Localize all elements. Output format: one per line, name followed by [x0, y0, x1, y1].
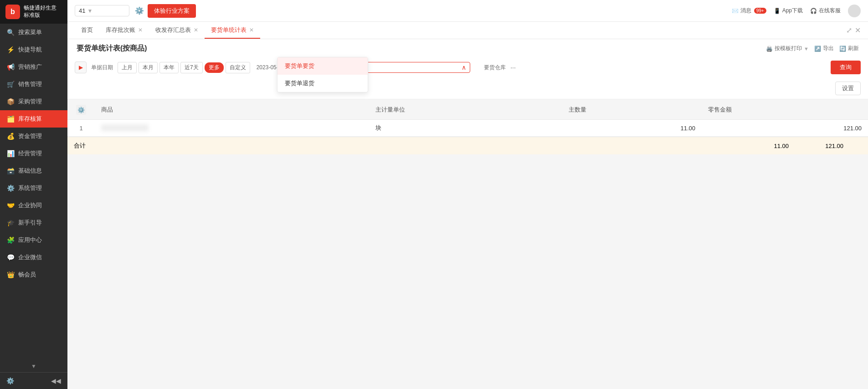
gear-icon: ⚙️: [6, 184, 15, 192]
dropdown-item-return[interactable]: 要货单退货: [277, 75, 368, 92]
sidebar-item-basic[interactable]: 🗃️ 基础信息: [0, 162, 67, 179]
sidebar-finance-label: 资金管理: [18, 132, 42, 140]
headset-icon: 🎧: [810, 8, 817, 14]
sidebar-item-inventory[interactable]: 🗂️ 库存核算: [0, 110, 67, 128]
sidebar-guide-label: 新手引导: [18, 219, 42, 227]
messages-badge: 99+: [754, 8, 766, 14]
sidebar-item-enterprise[interactable]: 🤝 企业协同: [0, 197, 67, 214]
online-service-button[interactable]: 🎧 在线客服: [810, 7, 841, 15]
footer-qty: 11.00: [770, 143, 816, 149]
filter-date-buttons: 上月 本月 本年 近7天 更多 自定义: [118, 62, 250, 73]
sidebar-item-member[interactable]: 👑 畅会员: [0, 266, 67, 283]
settings-footer-icon[interactable]: ⚙️: [6, 377, 14, 384]
chart-icon: 📊: [6, 150, 15, 157]
col-gear-icon[interactable]: ⚙️: [76, 105, 86, 115]
sidebar-inventory-label: 库存核算: [18, 115, 42, 123]
col-qty: 主数量: [562, 100, 702, 120]
filter-type-input[interactable]: ∧: [361, 62, 470, 73]
sidebar-item-purchase[interactable]: 📦 采购管理: [0, 93, 67, 110]
tab-expand-button[interactable]: ⤢: [846, 26, 852, 35]
sidebar-header: b 畅捷通好生意 标准版: [0, 0, 67, 24]
query-button[interactable]: 查询: [831, 61, 861, 74]
col-settings: ⚙️: [67, 100, 95, 120]
tab-close-all-button[interactable]: ✕: [855, 26, 861, 35]
date-btn-this-year[interactable]: 本年: [159, 62, 179, 73]
sidebar-item-guide[interactable]: 🎓 新手引导: [0, 214, 67, 231]
page-header: 要货单统计表(按商品) 🖨️ 按模板打印 ▼ ↗️ 导出 🔄 刷新: [67, 39, 868, 57]
table-area: ⚙️ 商品 主计量单位 主数量 零售金额 1 某商品名称某商品: [67, 100, 868, 154]
sidebar-appstore-label: 应用中心: [18, 236, 42, 244]
sidebar-scroll-down[interactable]: ▼: [0, 360, 67, 372]
company-num: 41: [79, 7, 85, 14]
print-button[interactable]: 🖨️ 按模板打印 ▼: [766, 45, 809, 52]
filter-type-field[interactable]: [365, 64, 462, 71]
dropdown-item-order[interactable]: 要货单要货: [277, 57, 368, 75]
tab-inventory-batch[interactable]: 库存批次账 ✕: [99, 22, 149, 39]
user-avatar[interactable]: [848, 5, 861, 17]
date-btn-last-month[interactable]: 上月: [118, 62, 137, 73]
app-download-button[interactable]: 📱 App下载: [774, 7, 803, 15]
sidebar-item-shortcuts[interactable]: ⚡ 快捷导航: [0, 41, 67, 58]
sidebar-item-search[interactable]: 🔍 搜索菜单: [0, 24, 67, 41]
sidebar-item-finance[interactable]: 💰 资金管理: [0, 128, 67, 145]
topbar-right: ✉️ 消息 99+ 📱 App下载 🎧 在线客服: [732, 5, 861, 17]
tab-order-label: 要货单统计表: [211, 26, 247, 34]
export-icon: ↗️: [814, 46, 821, 52]
sidebar-system-label: 系统管理: [18, 184, 42, 192]
guide-icon: 🎓: [6, 219, 15, 226]
sidebar-footer: ⚙️ ◀◀: [0, 372, 67, 389]
tab-receivable-close[interactable]: ✕: [194, 27, 198, 33]
type-dropdown-menu: 要货单要货 要货单退货: [277, 57, 368, 92]
crown-icon: 👑: [6, 271, 15, 278]
filter-warehouse-label: 要货仓库: [484, 64, 506, 72]
trial-button[interactable]: 体验行业方案: [148, 4, 196, 18]
sidebar-nav: 🔍 搜索菜单 ⚡ 快捷导航 📢 营销推广 🛒 销售管理 📦 采购管理 🗂️ 库存…: [0, 24, 67, 360]
table-header-row: ⚙️ 商品 主计量单位 主数量 零售金额: [67, 100, 868, 120]
sidebar-enterprise-label: 企业协同: [18, 201, 42, 210]
printer-icon: 🖨️: [766, 46, 773, 52]
tab-order-close[interactable]: ✕: [249, 27, 254, 33]
app-icon: 🧩: [6, 236, 15, 244]
sidebar-item-operations[interactable]: 📊 经营管理: [0, 145, 67, 162]
sidebar-item-wechat[interactable]: 💬 企业微信: [0, 249, 67, 266]
topbar: 41 ▼ ⚙️ 体验行业方案 ✉️ 消息 99+ 📱 App下载 🎧 在线客服: [67, 0, 868, 22]
flash-icon: ⚡: [6, 46, 15, 53]
tab-home[interactable]: 首页: [75, 22, 99, 39]
tab-inventory-batch-close[interactable]: ✕: [138, 27, 143, 33]
company-selector[interactable]: 41 ▼: [75, 5, 129, 16]
filter-warehouse-dots-icon[interactable]: ···: [510, 64, 516, 71]
tab-order-summary[interactable]: 要货单统计表 ✕: [205, 22, 260, 39]
collapse-sidebar-icon[interactable]: ◀◀: [51, 377, 61, 384]
cell-seq: 1: [67, 120, 95, 137]
filter-expand-button[interactable]: ▶: [75, 61, 87, 73]
messages-button[interactable]: ✉️ 消息 99+: [732, 7, 766, 15]
cell-product: 某商品名称某商品: [95, 120, 369, 137]
export-button[interactable]: ↗️ 导出: [814, 45, 834, 52]
money-icon: 💰: [6, 133, 15, 140]
table-wrapper: ⚙️ 商品 主计量单位 主数量 零售金额 1 某商品名称某商品: [67, 100, 868, 137]
sidebar-purchase-label: 采购管理: [18, 97, 42, 106]
page-actions: 🖨️ 按模板打印 ▼ ↗️ 导出 🔄 刷新: [766, 45, 859, 52]
sidebar-item-sales[interactable]: 🛒 销售管理: [0, 76, 67, 93]
box-icon: 📦: [6, 98, 15, 105]
sidebar-search-label: 搜索菜单: [18, 28, 42, 36]
sidebar-item-appstore[interactable]: 🧩 应用中心: [0, 231, 67, 249]
sidebar-item-marketing[interactable]: 📢 营销推广: [0, 58, 67, 76]
date-btn-this-month[interactable]: 本月: [139, 62, 158, 73]
refresh-button[interactable]: 🔄 刷新: [839, 45, 859, 52]
main-table: ⚙️ 商品 主计量单位 主数量 零售金额 1 某商品名称某商品: [67, 100, 868, 137]
sidebar-item-system[interactable]: ⚙️ 系统管理: [0, 179, 67, 197]
refresh-icon: 🔄: [839, 46, 846, 52]
table-settings-button[interactable]: 设置: [835, 82, 861, 95]
topbar-settings-icon[interactable]: ⚙️: [135, 6, 144, 15]
wechat-icon: 💬: [6, 254, 15, 261]
date-btn-custom[interactable]: 自定义: [226, 62, 250, 73]
date-btn-more[interactable]: 更多: [205, 62, 224, 73]
filter-type-chevron-icon[interactable]: ∧: [462, 64, 466, 71]
sidebar-sales-label: 销售管理: [18, 80, 42, 88]
tab-receivable[interactable]: 收发存汇总表 ✕: [149, 22, 205, 39]
table-row: 1 某商品名称某商品 块 11.00 121.00: [67, 120, 868, 137]
date-btn-last-7days[interactable]: 近7天: [180, 62, 203, 73]
app-logo: b: [5, 5, 20, 19]
col-product: 商品: [95, 100, 369, 120]
